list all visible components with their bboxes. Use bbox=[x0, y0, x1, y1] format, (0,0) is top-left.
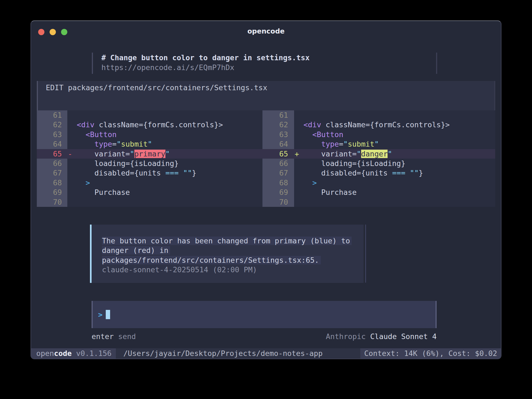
code-token: type bbox=[95, 140, 112, 148]
context-cost: Context: 14K (6%), Cost: $0.02 bbox=[364, 349, 497, 358]
line-number: 64 bbox=[37, 139, 67, 149]
line-number: 69 bbox=[37, 188, 67, 197]
line-number: 67 bbox=[262, 168, 294, 178]
code-token: variant= bbox=[72, 150, 130, 158]
code-token: === bbox=[165, 169, 179, 177]
code-token: type bbox=[321, 140, 339, 148]
app-name-open: open bbox=[36, 349, 54, 358]
code-token bbox=[295, 130, 312, 139]
code-line: <Button bbox=[294, 130, 495, 139]
code-line: - variant="primary" bbox=[67, 149, 262, 159]
share-url[interactable]: https://opencode.ai/s/EQmP7hDx bbox=[101, 63, 234, 72]
diff-row: 69 Purchase bbox=[262, 188, 495, 197]
diff-row: 70 bbox=[262, 197, 495, 207]
code-token: > bbox=[312, 179, 317, 187]
send-hint: enter send bbox=[92, 332, 136, 341]
code-line: loading={isLoading} bbox=[294, 159, 495, 168]
code-token bbox=[68, 179, 86, 187]
code-token: } bbox=[419, 169, 423, 177]
line-number: 65 bbox=[37, 149, 67, 159]
diff-row: 65- variant="primary" bbox=[37, 149, 262, 159]
edit-file-path: EDIT packages/frontend/src/containers/Se… bbox=[46, 83, 267, 92]
diff-row: 67 disabled={units === ""} bbox=[37, 168, 262, 178]
diff-row: 61 bbox=[37, 110, 262, 120]
code-token: " bbox=[130, 150, 134, 158]
message-text-line: The button color has been changed from p… bbox=[102, 236, 364, 246]
session-title: # Change button color to danger in setti… bbox=[101, 53, 310, 62]
line-number: 68 bbox=[262, 178, 294, 188]
working-directory: /Users/jayair/Desktop/Projects/demo-note… bbox=[123, 349, 323, 358]
prompt-input[interactable]: > bbox=[92, 301, 437, 328]
send-label: send bbox=[118, 332, 136, 341]
diff-row: 65+ variant="danger" bbox=[262, 149, 495, 159]
status-bar: opencode v0.1.156 /Users/jayair/Desktop/… bbox=[31, 348, 501, 359]
line-number: 64 bbox=[262, 139, 294, 149]
hints-row: enter send Anthropic Claude Sonnet 4 bbox=[92, 332, 437, 341]
opencode-window: opencode # Change button color to danger… bbox=[31, 20, 501, 359]
diff-row: 62 <div className={formCs.controls}> bbox=[37, 120, 262, 129]
code-token: } bbox=[192, 169, 196, 177]
diff-row: 70 bbox=[37, 197, 262, 207]
code-line: <Button bbox=[67, 130, 262, 139]
session-header-right-bar bbox=[436, 53, 437, 74]
diff-row: 68 > bbox=[262, 178, 495, 188]
code-token: <Button bbox=[312, 130, 343, 139]
code-token: <div bbox=[304, 120, 321, 129]
code-line: disabled={units === ""} bbox=[294, 168, 495, 178]
line-number: 63 bbox=[37, 130, 67, 139]
code-line: + variant="danger" bbox=[294, 149, 495, 159]
line-number: 69 bbox=[262, 188, 294, 197]
line-number: 70 bbox=[37, 197, 67, 207]
line-number: 62 bbox=[37, 120, 67, 129]
diff-row: 69 Purchase bbox=[37, 188, 262, 197]
enter-key-label: enter bbox=[92, 332, 114, 341]
diff-row: 63 <Button bbox=[262, 130, 495, 139]
code-line: <div className={formCs.controls}> bbox=[67, 120, 262, 129]
message-text-line: danger (red) in bbox=[102, 246, 364, 255]
code-line: type="submit" bbox=[294, 139, 495, 149]
diff-pane-after: 6162 <div className={formCs.controls}>63… bbox=[262, 110, 495, 207]
diff-row: 66 loading={isLoading} bbox=[262, 159, 495, 168]
desktop: opencode # Change button color to danger… bbox=[0, 0, 532, 399]
code-line: Purchase bbox=[67, 188, 262, 197]
line-number: 68 bbox=[37, 178, 67, 188]
diff-row: 61 bbox=[262, 110, 495, 120]
session-header-left-bar bbox=[92, 53, 93, 74]
diff: 6162 <div className={formCs.controls}>63… bbox=[37, 110, 495, 207]
diff-row: 68 > bbox=[37, 178, 262, 188]
code-token: " bbox=[357, 150, 361, 158]
code-token bbox=[68, 120, 77, 129]
code-token bbox=[295, 179, 312, 187]
code-token: primary bbox=[134, 150, 165, 158]
code-token: = bbox=[112, 140, 117, 148]
code-line: Purchase bbox=[294, 188, 495, 197]
app-version: v0.1.156 bbox=[76, 349, 111, 358]
code-token: loading={isLoading} bbox=[295, 159, 405, 168]
code-token: Purchase bbox=[68, 188, 130, 197]
cwd-segment: /Users/jayair/Desktop/Projects/demo-note… bbox=[116, 348, 360, 359]
code-token: + bbox=[295, 150, 299, 158]
line-number: 65 bbox=[262, 149, 294, 159]
code-token: Purchase bbox=[295, 188, 357, 197]
line-number: 61 bbox=[37, 110, 67, 120]
line-number: 62 bbox=[262, 120, 294, 129]
diff-pane-before: 6162 <div className={formCs.controls}>63… bbox=[37, 110, 262, 207]
code-token: " bbox=[148, 140, 152, 148]
window-title: opencode bbox=[31, 27, 501, 35]
text-cursor bbox=[106, 310, 110, 319]
message-text: claude-sonnet-4-20250514 (02:00 PM) bbox=[102, 265, 257, 274]
message-right-border bbox=[365, 225, 366, 283]
code-token: submit bbox=[348, 140, 374, 148]
assistant-message: The button color has been changed from p… bbox=[90, 225, 364, 283]
app-name-code: code bbox=[54, 349, 72, 358]
code-token bbox=[405, 169, 410, 177]
message-meta: claude-sonnet-4-20250514 (02:00 PM) bbox=[102, 265, 364, 274]
code-line bbox=[294, 110, 495, 120]
session-header: # Change button color to danger in setti… bbox=[31, 53, 501, 74]
code-token: - bbox=[68, 150, 72, 158]
prompt-chevron-icon: > bbox=[98, 310, 102, 319]
provider-label: Anthropic bbox=[326, 332, 366, 341]
version-spacer bbox=[72, 349, 76, 358]
code-token bbox=[295, 140, 321, 148]
code-line: type="submit" bbox=[67, 139, 262, 149]
